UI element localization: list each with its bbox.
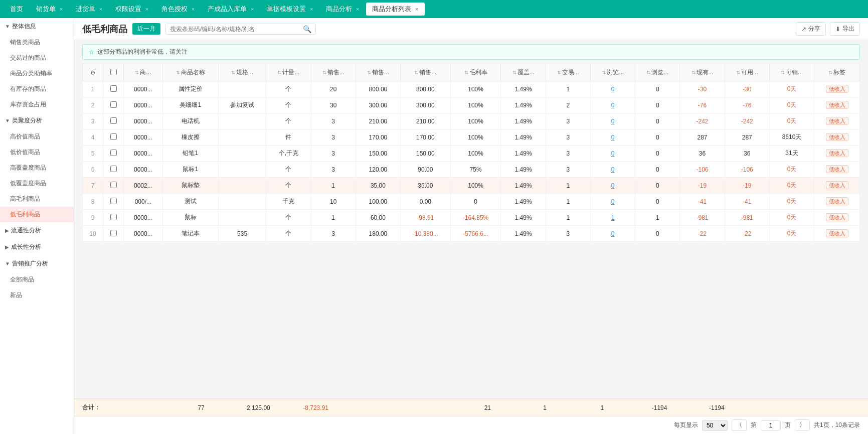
nav-product-inbound[interactable]: 产成品入库单 × (202, 3, 260, 16)
row-checkbox[interactable] (110, 150, 117, 156)
row-browse1[interactable]: 1 (590, 210, 635, 226)
sidebar-item-all-products[interactable]: 全部商品 (0, 272, 74, 287)
sidebar-section-overall[interactable]: ▼ 整体信息 (0, 18, 74, 35)
close-icon[interactable]: × (145, 6, 148, 12)
nav-product-analysis-list[interactable]: 商品分析列表 × (366, 3, 424, 16)
row-browse1[interactable]: 0 (590, 129, 635, 146)
row-checkbox[interactable] (110, 230, 117, 236)
row-browse1[interactable]: 0 (590, 81, 635, 97)
page-input[interactable] (761, 420, 781, 430)
th-current-stock[interactable]: ⇅现有... (680, 64, 725, 81)
per-page-select[interactable]: 50 100 200 (702, 420, 728, 431)
row-browse1[interactable]: 0 (590, 146, 635, 162)
row-checkbox[interactable] (110, 166, 117, 172)
close-icon[interactable]: × (356, 6, 359, 12)
sidebar-item-low-margin[interactable]: 低毛利商品 (0, 207, 74, 222)
row-checkbox[interactable] (110, 85, 117, 92)
period-button[interactable]: 近一月 (132, 23, 160, 35)
next-page-button[interactable]: 〉 (795, 419, 810, 431)
row-checkbox-cell[interactable] (103, 194, 124, 210)
sidebar-item-low-value[interactable]: 低价值商品 (0, 144, 74, 160)
nav-sales-order[interactable]: 销货单 × (30, 3, 69, 16)
row-checkbox[interactable] (110, 101, 117, 108)
row-checkbox-cell[interactable] (103, 113, 124, 129)
close-icon[interactable]: × (251, 6, 254, 12)
table-row: 6 0000... 鼠标1 个 3 120.00 90.00 75% 1.49%… (83, 162, 860, 178)
th-name[interactable]: ⇅商品名称 (162, 64, 218, 81)
th-tag[interactable]: ⇅标签 (814, 64, 860, 81)
header-actions: ↗ 分享 ⬇ 导出 (796, 22, 860, 36)
th-unit[interactable]: ⇅计量... (266, 64, 311, 81)
row-checkbox-cell[interactable] (103, 146, 124, 162)
row-checkbox-cell[interactable] (103, 97, 124, 113)
th-browse1[interactable]: ⇅浏览... (590, 64, 635, 81)
th-settings[interactable]: ⚙ (83, 64, 103, 81)
nav-template-settings[interactable]: 单据模板设置 × (261, 3, 319, 16)
close-icon[interactable]: × (192, 6, 195, 12)
sidebar-item-traded-products[interactable]: 交易过的商品 (0, 50, 74, 66)
row-browse1[interactable]: 0 (590, 113, 635, 129)
row-code: 0000... (123, 210, 162, 226)
export-button[interactable]: ⬇ 导出 (830, 22, 860, 36)
nav-home[interactable]: 首页 (4, 3, 29, 16)
table-container[interactable]: ⚙ ⇅商... ⇅商品名称 ⇅规格... ⇅计量... ⇅销售... ⇅销售..… (74, 60, 868, 398)
nav-permissions[interactable]: 权限设置 × (109, 3, 154, 16)
prev-page-button[interactable]: 〈 (732, 419, 747, 431)
nav-role-auth[interactable]: 角色授权 × (155, 3, 201, 16)
row-checkbox-cell[interactable] (103, 162, 124, 178)
close-icon[interactable]: × (60, 6, 63, 12)
sidebar-item-high-value[interactable]: 高价值商品 (0, 129, 74, 144)
th-checkbox[interactable] (103, 64, 124, 81)
nav-purchase-order[interactable]: 进货单 × (70, 3, 108, 16)
sidebar-item-in-stock-products[interactable]: 有库存的商品 (0, 81, 74, 97)
row-checkbox-cell[interactable] (103, 129, 124, 146)
nav-product-analysis[interactable]: 商品分析 × (320, 3, 365, 16)
row-gross-margin: 100% (450, 81, 501, 97)
th-transaction[interactable]: ⇅交易... (546, 64, 590, 81)
sidebar-item-high-margin[interactable]: 高毛利商品 (0, 191, 74, 207)
th-sales-qty[interactable]: ⇅销售... (311, 64, 356, 81)
sidebar-item-new-products[interactable]: 新品 (0, 287, 74, 303)
row-checkbox-cell[interactable] (103, 81, 124, 97)
sidebar-item-sales-products[interactable]: 销售类商品 (0, 35, 74, 50)
row-checkbox-cell[interactable] (103, 210, 124, 226)
row-checkbox[interactable] (110, 182, 117, 188)
row-checkbox-cell[interactable] (103, 178, 124, 194)
row-browse1[interactable]: 0 (590, 194, 635, 210)
th-browse2[interactable]: ⇅浏览... (635, 64, 680, 81)
select-all-checkbox[interactable] (110, 69, 117, 75)
th-code[interactable]: ⇅商... (123, 64, 162, 81)
sidebar-item-category-sales-rate[interactable]: 商品分类助销率 (0, 66, 74, 81)
row-browse1[interactable]: 0 (590, 162, 635, 178)
sidebar-section-growth[interactable]: ▶ 成长性分析 (0, 239, 74, 255)
search-input[interactable] (170, 26, 303, 33)
row-spec (218, 129, 266, 146)
row-checkbox[interactable] (110, 214, 117, 220)
row-checkbox[interactable] (110, 133, 117, 140)
sidebar-section-cluster[interactable]: ▼ 类聚度分析 (0, 112, 74, 129)
sidebar-section-circulation[interactable]: ▶ 流通性分析 (0, 222, 74, 239)
th-sales-profit[interactable]: ⇅销售... (401, 64, 451, 81)
sidebar-item-low-coverage[interactable]: 低覆盖度商品 (0, 176, 74, 191)
sidebar-item-inventory-capital[interactable]: 库存资金占用 (0, 97, 74, 112)
per-page-label: 每页显示 (674, 421, 698, 429)
th-spec[interactable]: ⇅规格... (218, 64, 266, 81)
row-checkbox[interactable] (110, 198, 117, 204)
close-icon[interactable]: × (310, 6, 313, 12)
row-checkbox[interactable] (110, 117, 117, 124)
sidebar-item-high-coverage[interactable]: 高覆盖度商品 (0, 160, 74, 176)
close-icon[interactable]: × (99, 6, 102, 12)
th-coverage[interactable]: ⇅覆盖... (501, 64, 546, 81)
row-browse1[interactable]: 0 (590, 97, 635, 113)
th-available[interactable]: ⇅可用... (725, 64, 769, 81)
th-sellable[interactable]: ⇅可销... (769, 64, 814, 81)
table-header-row: ⚙ ⇅商... ⇅商品名称 ⇅规格... ⇅计量... ⇅销售... ⇅销售..… (83, 64, 860, 81)
th-sales-price[interactable]: ⇅销售... (356, 64, 400, 81)
row-browse1[interactable]: 0 (590, 178, 635, 194)
share-button[interactable]: ↗ 分享 (796, 22, 826, 36)
row-checkbox-cell[interactable] (103, 226, 124, 242)
row-browse1[interactable]: 0 (590, 226, 635, 242)
sidebar-section-marketing[interactable]: ▼ 营销推广分析 (0, 255, 74, 272)
close-icon[interactable]: × (415, 6, 418, 12)
th-gross-margin[interactable]: ⇅毛利率 (450, 64, 501, 81)
